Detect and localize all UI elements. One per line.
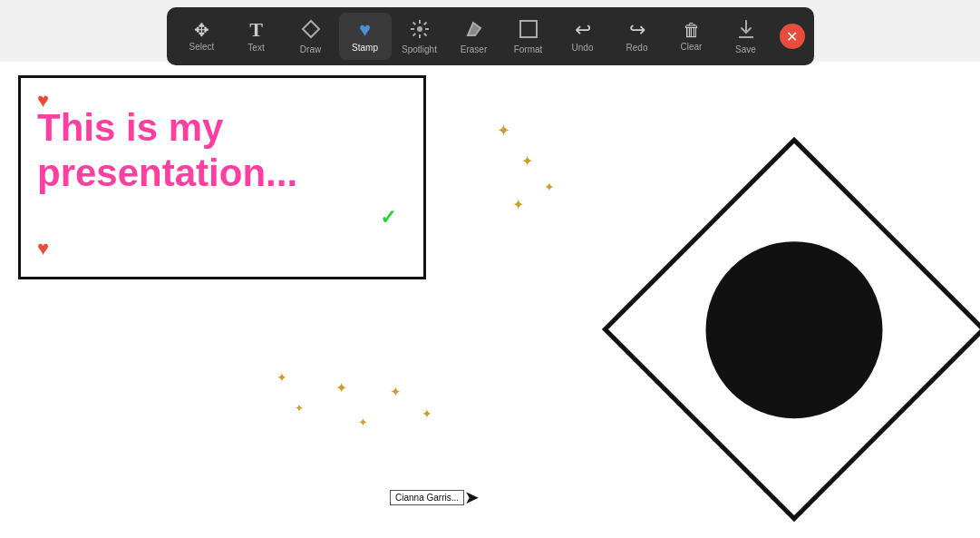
toolbar: ✥ Select T Text Draw ♥ Stamp bbox=[167, 7, 814, 65]
eraser-tool[interactable]: Eraser bbox=[448, 13, 500, 60]
undo-label: Undo bbox=[572, 43, 594, 53]
clear-label: Clear bbox=[681, 42, 703, 52]
text-tool[interactable]: T Text bbox=[230, 13, 283, 60]
svg-line-8 bbox=[423, 22, 426, 24]
draw-tool[interactable]: Draw bbox=[285, 13, 337, 60]
save-tool[interactable]: Save bbox=[720, 13, 772, 60]
stamp-icon: ♥ bbox=[359, 20, 371, 40]
diamond-shape bbox=[602, 137, 980, 522]
save-label: Save bbox=[735, 44, 756, 54]
eraser-icon bbox=[464, 19, 484, 42]
stamp-tool[interactable]: ♥ Stamp bbox=[339, 13, 392, 60]
star-9: ✦ bbox=[358, 416, 368, 429]
star-10: ✦ bbox=[295, 402, 304, 415]
save-icon bbox=[736, 19, 756, 42]
star-8: ✦ bbox=[422, 406, 432, 421]
checkmark-icon: ✓ bbox=[380, 206, 396, 230]
eraser-label: Eraser bbox=[461, 44, 487, 54]
close-icon: ✕ bbox=[786, 28, 798, 45]
star-1: ✦ bbox=[497, 121, 510, 141]
svg-marker-0 bbox=[303, 21, 319, 37]
undo-tool[interactable]: ↩ Undo bbox=[557, 13, 609, 60]
star-5: ✦ bbox=[277, 370, 287, 385]
annotation-arrow-icon: ➤ bbox=[464, 488, 480, 506]
svg-line-6 bbox=[412, 22, 415, 24]
annotation-text: Cianna Garris... bbox=[390, 490, 464, 505]
star-7: ✦ bbox=[390, 384, 402, 400]
spotlight-tool[interactable]: Spotlight bbox=[393, 13, 446, 60]
undo-icon: ↩ bbox=[575, 20, 591, 40]
star-6: ✦ bbox=[335, 379, 347, 396]
format-label: Format bbox=[514, 44, 543, 54]
clear-icon: 🗑 bbox=[683, 21, 701, 39]
star-2: ✦ bbox=[521, 152, 533, 170]
circle-shape bbox=[706, 241, 883, 418]
draw-label: Draw bbox=[300, 44, 321, 54]
select-tool[interactable]: ✥ Select bbox=[176, 13, 228, 60]
stamp-label: Stamp bbox=[352, 43, 378, 53]
clear-tool[interactable]: 🗑 Clear bbox=[665, 13, 718, 60]
svg-point-1 bbox=[417, 26, 422, 32]
format-tool[interactable]: Format bbox=[502, 13, 555, 60]
select-label: Select bbox=[189, 42, 215, 52]
format-icon bbox=[519, 19, 539, 42]
diamond-container bbox=[636, 116, 953, 538]
canvas-area: ♥ This is my presentation... ✓ ♥ ✦ ✦ ✦ ✦… bbox=[0, 62, 980, 538]
annotation-label-group: Cianna Garris... ➤ bbox=[390, 488, 480, 506]
pres-line2: presentation... bbox=[37, 151, 297, 196]
text-icon: T bbox=[249, 20, 263, 40]
redo-label: Redo bbox=[626, 43, 648, 53]
text-label: Text bbox=[247, 43, 264, 53]
svg-line-9 bbox=[412, 33, 415, 35]
heart-bottom-icon: ♥ bbox=[37, 237, 49, 260]
presentation-text: This is my presentation... bbox=[37, 105, 297, 197]
spotlight-label: Spotlight bbox=[402, 44, 437, 54]
svg-line-7 bbox=[423, 33, 426, 35]
redo-icon: ↪ bbox=[629, 20, 645, 40]
select-icon: ✥ bbox=[194, 21, 209, 39]
draw-icon bbox=[301, 19, 321, 42]
star-4: ✦ bbox=[512, 196, 524, 213]
star-3: ✦ bbox=[544, 180, 555, 194]
svg-marker-10 bbox=[468, 23, 480, 35]
spotlight-icon bbox=[410, 19, 430, 42]
close-button[interactable]: ✕ bbox=[780, 24, 805, 49]
redo-tool[interactable]: ↪ Redo bbox=[611, 13, 664, 60]
presentation-box: ♥ This is my presentation... ✓ ♥ bbox=[18, 75, 426, 279]
svg-rect-11 bbox=[520, 21, 537, 37]
pres-line1: This is my bbox=[37, 105, 297, 151]
